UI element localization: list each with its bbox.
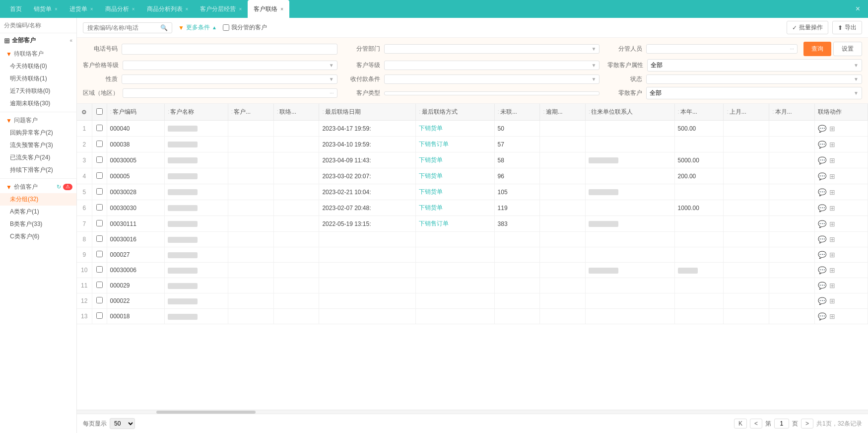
per-page-select[interactable]: 50 100 200 [110,418,135,429]
grid-icon[interactable]: ⊞ [829,188,835,196]
sidebar-item-churned[interactable]: 已流失客户(24) [0,151,76,164]
grid-icon[interactable]: ⊞ [829,141,835,148]
tab-home[interactable]: 首页 [4,0,28,18]
tab-product-analysis-list[interactable]: 商品分析列表 × [141,0,195,18]
row-checkbox[interactable] [96,204,103,211]
grid-icon[interactable]: ⊞ [829,266,835,274]
row-checkbox[interactable] [96,282,103,288]
grid-icon[interactable]: ⊞ [829,125,835,133]
tab-customer-contact[interactable]: 客户联络 × [248,0,289,18]
last-method-link[interactable]: 下销货单 [419,188,443,195]
phone-input[interactable] [122,44,337,55]
row-checkbox[interactable] [96,312,103,319]
value-section-label[interactable]: ▼ 价值客户 ↻ ⚠ [0,181,76,193]
sidebar-item-ungroup[interactable]: 未分组(32) [0,193,76,206]
chat-icon[interactable]: 💬 [818,282,826,289]
sidebar-search-input[interactable] [4,22,77,29]
horizontal-scrollbar[interactable] [77,410,868,414]
chat-icon[interactable]: 💬 [818,220,826,228]
row-checkbox[interactable] [96,266,103,273]
row-checkbox[interactable] [96,220,103,226]
grid-icon[interactable]: ⊞ [829,282,835,289]
tab-product-analysis[interactable]: 商品分析 × [99,0,141,18]
price-level-select[interactable]: ▼ [123,61,337,70]
export-btn[interactable]: ⬆ 导出 [832,21,862,34]
row-checkbox[interactable] [96,188,103,195]
close-product-list-icon[interactable]: × [186,6,189,12]
close-contact-icon[interactable]: × [280,6,283,12]
refresh-value-icon[interactable]: ↻ [57,184,61,190]
last-method-link[interactable]: 下销货单 [419,156,443,163]
chat-icon[interactable]: 💬 [818,156,826,164]
query-btn[interactable]: 查询 [803,42,831,56]
chat-icon[interactable]: 💬 [818,266,826,274]
grid-icon[interactable]: ⊞ [829,312,835,320]
batch-operation-btn[interactable]: ✓ 批量操作 [787,21,828,34]
sidebar-item-overdue-pending[interactable]: 逾期未联络(30) [0,97,76,110]
last-method-link[interactable]: 下销售订单 [419,220,449,227]
row-checkbox[interactable] [96,125,103,131]
close-purchase-order-icon[interactable]: × [90,6,93,12]
sidebar-item-today-pending[interactable]: 今天待联络(0) [0,60,76,72]
sidebar-item-class-b[interactable]: B类客户(33) [0,218,76,230]
customer-type-select[interactable] [384,91,600,95]
sidebar-item-declining[interactable]: 持续下滑客户(2) [0,164,76,176]
chat-icon[interactable]: 💬 [818,204,826,212]
grid-icon[interactable]: ⊞ [829,251,835,259]
sidebar-item-class-c[interactable]: C类客户(6) [0,230,76,243]
sidebar-item-abnormal[interactable]: 回购异常客户(2) [0,127,76,139]
row-checkbox[interactable] [96,251,103,257]
region-select[interactable]: ··· [123,88,337,98]
chat-icon[interactable]: 💬 [818,235,826,243]
last-method-link[interactable]: 下销货单 [419,125,443,132]
filter-search-icon[interactable]: 🔍 [160,24,168,31]
sidebar-item-7days-pending[interactable]: 近7天待联络(0) [0,85,76,97]
select-all-checkbox[interactable] [96,108,103,115]
chat-icon[interactable]: 💬 [818,312,826,320]
close-product-analysis-icon[interactable]: × [132,6,135,12]
chat-icon[interactable]: 💬 [818,172,826,180]
chat-icon[interactable]: 💬 [818,297,826,305]
last-method-link[interactable]: 下销货单 [419,204,443,211]
row-checkbox[interactable] [96,141,103,147]
pending-section-label[interactable]: ▼ 待联络客户 [0,48,76,60]
row-checkbox[interactable] [96,156,103,163]
grid-icon[interactable]: ⊞ [829,235,835,243]
row-checkbox[interactable] [96,297,103,303]
retail-attr-select[interactable]: 全部 ▼ [647,59,862,72]
reset-btn[interactable]: 设置 [833,42,862,56]
first-page-btn[interactable]: K [734,419,747,429]
manager-select[interactable]: ··· [646,44,798,54]
dept-select[interactable]: ▼ [384,44,600,54]
tab-purchase-order[interactable]: 进货单 × [64,0,99,18]
chat-icon[interactable]: 💬 [818,188,826,196]
grid-icon[interactable]: ⊞ [829,204,835,212]
window-close-icon[interactable]: × [852,4,864,13]
grid-icon[interactable]: ⊞ [829,297,835,305]
customer-level-select[interactable]: ▼ [384,61,600,70]
col-checkbox-all[interactable] [92,104,107,121]
my-customers-filter[interactable]: 我分管的客户 [223,23,267,32]
sidebar-item-churn-warning[interactable]: 流失预警客户(3) [0,139,76,151]
my-customers-checkbox[interactable] [223,24,229,31]
status-select[interactable]: ▼ [646,74,862,84]
problem-section-label[interactable]: ▼ 问题客户 [0,114,76,127]
filter-search-input[interactable] [87,24,158,31]
retail-customer-select[interactable]: 全部 ▼ [646,87,862,99]
close-segment-icon[interactable]: × [239,6,242,12]
page-input[interactable] [774,419,789,429]
last-method-link[interactable]: 下销售订单 [419,141,449,147]
all-customers-header[interactable]: ⊞ 全部客户 « [0,33,76,48]
grid-icon[interactable]: ⊞ [829,220,835,228]
sidebar-item-tomorrow-pending[interactable]: 明天待联络(1) [0,72,76,85]
next-page-btn[interactable]: > [801,419,813,429]
grid-icon[interactable]: ⊞ [829,172,835,180]
last-method-link[interactable]: 下销货单 [419,172,443,179]
tab-customer-segment[interactable]: 客户分层经营 × [194,0,248,18]
row-checkbox[interactable] [96,235,103,242]
col-settings[interactable]: ⚙ [77,104,92,121]
chat-icon[interactable]: 💬 [818,141,826,148]
row-checkbox[interactable] [96,172,103,179]
more-conditions-btn[interactable]: ▼ 更多条件 ▲ [178,23,217,32]
gender-select[interactable]: ▼ [122,74,337,84]
